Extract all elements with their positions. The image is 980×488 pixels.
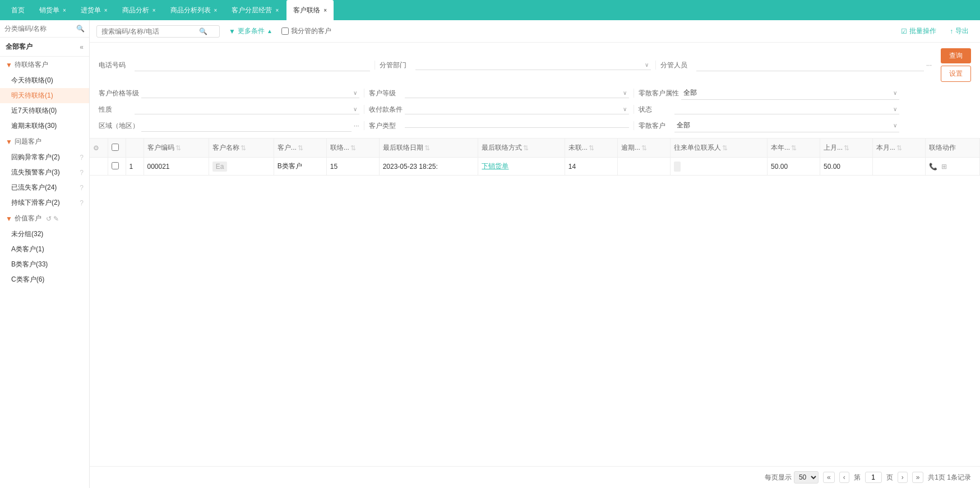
filter-customer-grade[interactable]: 客户等级 ∨ [369,88,630,98]
nav-home[interactable]: 首页 [4,0,31,20]
manager-input[interactable] [696,59,924,71]
nav-sales-close[interactable]: × [63,7,66,13]
nav-purchase-close[interactable]: × [104,7,108,13]
row-last-method[interactable]: 下销货单 [478,158,565,176]
section-arrow-pending: ▼ [6,61,12,69]
nav-customer-segment-close[interactable]: × [275,7,279,13]
nav-purchase[interactable]: 进货单 × [74,0,114,20]
filter-arrow: ▲ [267,28,272,34]
sidebar-collapse-icon[interactable]: « [80,43,84,51]
row-checkbox[interactable] [108,158,126,176]
sidebar-item-class-c[interactable]: C类客户(6) [0,272,89,287]
col-name[interactable]: 客户名称 ⇅ [209,139,274,158]
col-last-date[interactable]: 最后联络日期 ⇅ [379,139,478,158]
sidebar-search-icon[interactable]: 🔍 [76,25,85,33]
filter-row-4: 区域（地区） ··· 客户类型 零散客户 全部 ∨ [99,119,971,132]
my-customers-checkbox-wrap[interactable]: 我分管的客户 [281,26,331,36]
filter-retail-attr[interactable]: 零散客户属性 全部 ∨ [639,86,899,100]
action-grid-icon[interactable]: ⊞ [941,163,947,171]
dept-select[interactable]: ∨ [415,60,651,70]
sidebar-item-abnormal[interactable]: 回购异常客户(2) ? [0,150,89,165]
filter-price-grade[interactable]: 客户价格等级 ∨ [99,88,359,98]
price-grade-select[interactable]: ∨ [141,88,359,98]
sidebar-search-input[interactable] [4,25,74,33]
nav-customer-segment[interactable]: 客户分层经营 × [225,0,285,20]
dept-arrow: ∨ [645,62,649,68]
sidebar-item-7days[interactable]: 近7天待联络(0) [0,103,89,118]
nav-customer-contact[interactable]: 客户联络 × [286,0,334,20]
filter-gender[interactable]: 性质 ∨ [99,104,359,114]
filter-more-btn[interactable]: ▼ 更多条件 ▲ [224,25,277,38]
row-action[interactable]: 📞 ⊞ [925,158,979,176]
col-unit-contact[interactable]: 往来单位联系人 ⇅ [670,139,767,158]
section-arrow-problem: ▼ [6,138,12,146]
col-uncontacted[interactable]: 未联... ⇅ [565,139,617,158]
table-gear-icon[interactable]: ⚙ [93,144,99,152]
prev-page-btn[interactable]: ‹ [839,472,849,483]
sidebar-item-ungroup[interactable]: 未分组(32) [0,227,89,242]
col-last-month[interactable]: 上月... ⇅ [820,139,872,158]
status-select[interactable]: ∨ [674,104,899,114]
filter-status[interactable]: 状态 ∨ [639,104,899,114]
sidebar-item-class-a[interactable]: A类客户(1) [0,242,89,257]
retail-customer-arrow: ∨ [893,122,897,128]
retail-customer-select[interactable]: 全部 ∨ [674,119,899,132]
batch-op-btn[interactable]: ☑ 批量操作 [896,25,941,38]
region-input[interactable] [141,120,352,132]
nav-sales[interactable]: 销货单 × [33,0,73,20]
pay-select[interactable]: ∨ [405,104,630,114]
table-select-all[interactable] [112,144,119,151]
col-this-year[interactable]: 本年... ⇅ [768,139,820,158]
my-customers-checkbox[interactable] [281,27,289,35]
page-number-input[interactable] [865,472,882,483]
page-size-wrap: 每页显示 50 [765,471,819,484]
nav-customer-contact-close[interactable]: × [323,7,327,13]
col-overdue[interactable]: 逾期... ⇅ [617,139,670,158]
search-input[interactable] [101,27,197,35]
value-edit-icons[interactable]: ↺ ✎ [46,215,59,223]
row-this-month [872,158,925,176]
row-select[interactable] [112,162,119,169]
sidebar-item-tomorrow[interactable]: 明天待联络(1) [0,88,89,103]
sidebar-item-declining[interactable]: 持续下滑客户(2) ? [0,195,89,210]
page-size-select[interactable]: 50 [794,471,819,484]
next-page-btn[interactable]: › [898,472,908,483]
nav-product-list[interactable]: 商品分析列表 × [164,0,224,20]
col-last-method[interactable]: 最后联络方式 ⇅ [478,139,565,158]
filter-pay[interactable]: 收付款条件 ∨ [369,104,630,114]
reset-btn[interactable]: 设置 [941,66,971,82]
filter-retail-customer[interactable]: 零散客户 全部 ∨ [639,119,899,132]
last-page-btn[interactable]: » [912,472,924,483]
question-icon-churn: ? [80,169,84,177]
phone-input[interactable] [135,59,370,71]
nav-product-list-close[interactable]: × [214,7,218,13]
nav-product-analysis[interactable]: 商品分析 × [115,0,163,20]
filter-dept[interactable]: 分管部门 ∨ [380,60,651,70]
first-page-btn[interactable]: « [823,472,835,483]
sidebar-item-overdue[interactable]: 逾期未联络(30) [0,118,89,133]
sidebar-all-customers[interactable]: 全部客户 « [0,38,89,57]
search-icon[interactable]: 🔍 [199,27,207,35]
sidebar-item-today[interactable]: 今天待联络(0) [0,73,89,88]
col-code[interactable]: 客户编码 ⇅ [144,139,209,158]
retail-attr-select[interactable]: 全部 ∨ [681,86,899,100]
col-type[interactable]: 客户... ⇅ [274,139,326,158]
action-phone-icon[interactable]: 📞 [929,163,937,171]
region-more-btn[interactable]: ··· [354,122,359,130]
gender-select[interactable]: ∨ [135,104,359,114]
query-btn[interactable]: 查询 [941,48,971,63]
col-contact[interactable]: 联络... ⇅ [326,139,379,158]
sidebar-item-churned[interactable]: 已流失客户(24) ? [0,180,89,195]
sidebar-item-churn-warning[interactable]: 流失预警客户(3) ? [0,165,89,180]
customer-type-select[interactable] [405,124,630,128]
filter-customer-type[interactable]: 客户类型 [369,121,630,131]
sort-icon-tm: ⇅ [896,144,902,152]
sort-icon-uncontacted: ⇅ [589,144,594,152]
customer-grade-select[interactable]: ∨ [405,88,630,98]
col-this-month[interactable]: 本月... ⇅ [872,139,925,158]
manager-more-btn[interactable]: ··· [926,61,932,69]
export-btn[interactable]: ↑ 导出 [945,25,973,38]
question-icon-declining: ? [80,199,84,207]
sidebar-item-class-b[interactable]: B类客户(33) [0,257,89,272]
nav-product-analysis-close[interactable]: × [152,7,156,13]
